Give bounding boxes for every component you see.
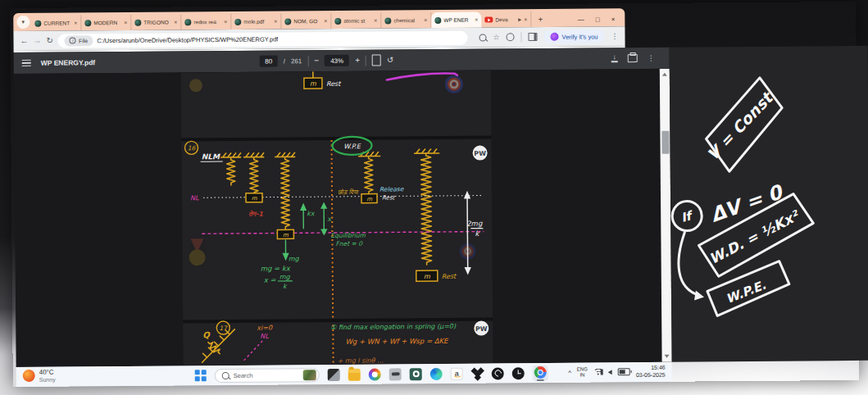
back-button[interactable]: ← [20, 37, 28, 45]
file-scheme-chip[interactable]: i File [65, 35, 93, 46]
omnibox[interactable]: i File C:/Users/arunb/OneDrive/Desktop/P… [58, 30, 468, 48]
search-icon [222, 371, 229, 379]
tab-close-icon[interactable]: × [524, 16, 527, 22]
zoom-out-button[interactable]: − [314, 57, 319, 65]
svg-text:Rest: Rest [442, 273, 457, 280]
rotate-icon[interactable]: ↺ [387, 56, 393, 64]
site-favicon [384, 17, 391, 24]
taskbar-search[interactable]: Search [215, 368, 320, 383]
edge-browser-icon[interactable] [430, 367, 443, 379]
tab-close-icon[interactable]: × [124, 20, 127, 25]
camera-app-icon[interactable] [410, 368, 422, 380]
pdf-page-canvas: m Rest 16 NLM [14, 69, 672, 367]
amazon-app-icon[interactable]: a [451, 367, 463, 379]
background-dartboard [445, 75, 463, 93]
scroll-up-icon[interactable] [662, 73, 667, 76]
chrome-icon[interactable] [534, 365, 547, 378]
tab-nom[interactable]: NOM, GO × [281, 13, 331, 29]
site-favicon [184, 19, 191, 25]
zoom-icon[interactable] [479, 34, 486, 41]
search-highlight-image[interactable] [303, 370, 316, 380]
temperature: 40°C [39, 369, 56, 377]
tab-close-icon[interactable]: × [74, 20, 77, 25]
tab-wp-energy-active[interactable]: WP ENER × [431, 12, 481, 28]
pdf-menu-icon[interactable] [22, 60, 31, 66]
extensions-icon[interactable] [507, 33, 515, 41]
pdf-viewport[interactable]: m Rest 16 NLM [14, 69, 672, 367]
svg-text:Fnet = 0: Fnet = 0 [335, 240, 363, 247]
tab-youtube-deva[interactable]: Deva × [481, 11, 531, 27]
tab-close-icon[interactable]: × [475, 17, 478, 23]
weather-icon [23, 370, 35, 382]
desktop-screenshot: ▾ CURRENT × MODERN × TRIGONO × redox rea… [10, 2, 859, 387]
scrollbar-thumb[interactable] [661, 131, 669, 154]
tab-mole-pdf[interactable]: mole.pdf × [231, 13, 281, 29]
scroll-down-icon[interactable] [665, 355, 670, 358]
divider [520, 32, 521, 42]
dropbox-icon[interactable] [471, 367, 484, 379]
fit-page-icon[interactable] [372, 55, 381, 66]
utility-app-icon[interactable] [389, 368, 402, 380]
bookmark-star-icon[interactable]: ☆ [493, 33, 499, 41]
svg-text:NL: NL [190, 194, 199, 202]
side-panel-icon[interactable] [529, 33, 538, 41]
zoom-level-input[interactable]: 43% [325, 55, 349, 66]
page-separator: / [284, 57, 285, 65]
tab-current[interactable]: CURRENT × [31, 15, 81, 30]
windows-taskbar: 40°C Sunny Search a [16, 362, 672, 387]
tray-overflow-icon[interactable]: ^ [568, 370, 571, 377]
forward-button[interactable]: → [33, 37, 41, 45]
tab-close-icon[interactable]: × [324, 18, 327, 24]
battery-icon[interactable] [618, 368, 630, 375]
tab-modern[interactable]: MODERN × [81, 15, 131, 30]
site-favicon [234, 18, 241, 25]
file-explorer-icon[interactable] [348, 368, 361, 380]
tab-trigono[interactable]: TRIGONO × [131, 14, 181, 30]
new-tab-button[interactable]: + [534, 12, 547, 25]
chrome-active-app[interactable] [533, 365, 548, 380]
pdf-toolbar-actions: ↓ ⋮ [611, 54, 655, 62]
volume-icon[interactable] [608, 370, 612, 375]
tab-label: Deva [495, 16, 516, 22]
tab-label: MODERN [93, 20, 121, 25]
tab-label: CURRENT [43, 20, 71, 25]
tab-chemical[interactable]: chemical × [381, 12, 431, 28]
start-button[interactable] [195, 370, 207, 381]
tab-search-button[interactable]: ▾ [16, 16, 30, 29]
tab-close-icon[interactable]: × [224, 19, 227, 25]
tab-close-icon[interactable]: × [424, 17, 427, 23]
youtube-favicon [484, 16, 493, 22]
svg-text:x =: x = [264, 276, 277, 284]
pdf-page-controls: 80 / 261 − 43% + ↺ [260, 54, 394, 66]
task-view-icon[interactable] [328, 368, 340, 380]
download-icon[interactable]: ↓ [611, 54, 618, 62]
page-number-input[interactable]: 80 [260, 55, 278, 66]
tab-close-icon[interactable]: × [174, 19, 177, 25]
photos-app-icon[interactable] [369, 368, 381, 380]
clock-datetime[interactable]: 15:46 03-05-2025 [636, 365, 666, 379]
whatsapp-icon[interactable] [492, 367, 504, 379]
minimize-button[interactable]: — [578, 17, 584, 24]
print-icon[interactable] [628, 54, 638, 62]
weather-widget[interactable]: 40°C Sunny [23, 369, 56, 384]
svg-text:mg: mg [279, 273, 291, 280]
language-indicator[interactable]: ENGIN [577, 366, 588, 378]
clock-app-icon[interactable] [512, 367, 525, 379]
tab-redox[interactable]: redox rea × [181, 14, 231, 30]
zoom-in-button[interactable]: + [355, 57, 360, 65]
close-button[interactable]: × [611, 16, 616, 23]
address-bar-actions: ☆ Verify it's you ⋮ [479, 30, 618, 43]
chevron-down-icon: ▾ [22, 19, 25, 25]
verify-label: Verify it's you [562, 33, 598, 40]
audio-playing-icon[interactable] [518, 18, 521, 21]
svg-text:① find max elongation in sprin: ① find max elongation in spring (μ=0) [330, 323, 457, 331]
pdf-more-menu-icon[interactable]: ⋮ [648, 54, 655, 62]
tab-close-icon[interactable]: × [274, 18, 277, 24]
maximize-button[interactable]: □ [596, 16, 600, 23]
tab-close-icon[interactable]: × [374, 18, 377, 24]
svg-text:W.P.E: W.P.E [343, 143, 361, 150]
verify-profile-button[interactable]: Verify it's you [543, 30, 604, 43]
reload-button[interactable]: ↻ [46, 37, 52, 45]
browser-menu-icon[interactable]: ⋮ [611, 32, 618, 40]
tab-atomic[interactable]: atomic st × [331, 13, 381, 29]
